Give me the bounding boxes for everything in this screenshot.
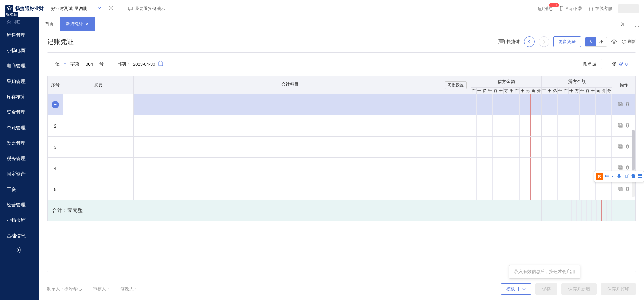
company-selector[interactable]: 好业财测试-量勿删 [51, 6, 101, 12]
brand-logo: 畅捷通好业财 [5, 5, 44, 13]
app-download-label: App下载 [566, 6, 582, 12]
messages-button[interactable]: 消息 99 + [538, 6, 553, 12]
chevron-down-icon [97, 6, 101, 11]
demo-link-label: 我要看实例演示 [135, 6, 165, 12]
demo-link[interactable]: 我要看实例演示 [128, 6, 165, 12]
logo-icon [5, 5, 13, 13]
edition-badge: 标准版 [5, 12, 18, 17]
messages-badge: 99 + [549, 3, 559, 7]
phone-icon [559, 6, 564, 11]
message-icon [538, 6, 543, 11]
chat-icon [128, 6, 133, 11]
headset-icon [588, 6, 594, 11]
svg-point-0 [110, 7, 112, 9]
company-name: 好业财测试-量勿删 [51, 6, 87, 12]
svg-point-3 [561, 10, 562, 11]
brand-name: 畅捷通好业财 [15, 6, 44, 12]
settings-gear-icon[interactable] [108, 5, 114, 12]
user-avatar[interactable] [618, 4, 639, 13]
svg-rect-1 [538, 7, 542, 10]
app-download-button[interactable]: App下载 [559, 6, 582, 12]
online-service-label: 在线客服 [595, 6, 612, 12]
online-service-button[interactable]: 在线客服 [588, 6, 612, 12]
